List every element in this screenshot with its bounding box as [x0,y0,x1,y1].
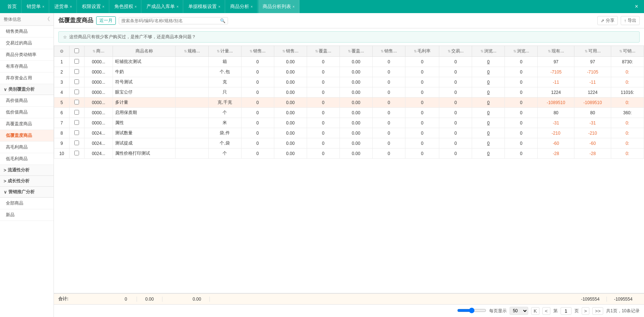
page-size-select[interactable]: 50 100 200 [510,307,528,315]
page-number-input[interactable] [561,307,572,315]
row-browse1[interactable]: 0 [472,118,505,128]
close-icon[interactable]: × [292,5,295,9]
row-cover2: 0.00 [339,148,372,159]
nav-tab-purchase[interactable]: 进货单 × [50,0,77,13]
row-browse1[interactable]: 0 [472,77,505,87]
row-sales3: 0 [372,67,405,77]
row-checkbox[interactable] [69,148,84,159]
row-sales3: 0 [372,108,405,118]
sidebar-item-high-coverage[interactable]: 高覆盖度商品 [0,118,54,130]
sidebar-item-sales-goods[interactable]: 销售类商品 [0,26,54,37]
sidebar-item-new-goods[interactable]: 新品 [0,209,54,221]
settings-icon[interactable]: ⚙ [60,49,64,54]
nav-tab-home[interactable]: 首页 [3,0,21,13]
prev-page-button[interactable]: < [542,307,550,315]
th-stock-available: ⇅可用... [574,46,611,57]
row-unit: 个 [208,148,241,159]
row-checkbox[interactable] [69,98,84,108]
close-icon[interactable]: × [70,5,72,9]
sidebar-item-category-sales-rate[interactable]: 商品分类动销率 [0,49,54,61]
next-page-button[interactable]: > [582,307,590,315]
close-icon[interactable]: × [218,5,220,9]
row-browse1[interactable]: 0 [472,57,505,67]
nav-tab-templates[interactable]: 单据模板设置 × [184,0,225,13]
row-unit: 个,袋 [208,138,241,148]
table-container[interactable]: ⚙ ⇅商... 商品名称 ⇅规格... ⇅计量... ⇅销售... ⇅销售...… [54,45,644,293]
sidebar-group-growth[interactable]: > 成长性分析 [0,176,54,187]
search-box: 🔍 [119,17,228,24]
time-filter-button[interactable]: 近一月 [96,16,116,25]
window-close-button[interactable]: × [632,3,641,10]
sidebar-group-circulation[interactable]: > 流通性分析 [0,165,54,176]
last-page-button[interactable]: >> [592,307,603,315]
sidebar-item-all-goods[interactable]: 全部商品 [0,198,54,209]
horizontal-scrollbar[interactable] [457,308,486,313]
row-no: 6 [54,108,70,118]
sidebar-item-low-coverage[interactable]: 低覆盖度商品 [0,130,54,142]
row-browse1[interactable]: 0 [472,67,505,77]
row-checkbox[interactable] [69,118,84,128]
row-checkbox[interactable] [69,108,84,118]
sidebar-header: 整体信息 《 [0,13,54,26]
close-icon[interactable]: × [102,5,105,9]
nav-tab-roles[interactable]: 角色授权 × [110,0,142,13]
row-browse1[interactable]: 0 [472,98,505,108]
row-sales-amt: 0.00 [274,77,307,87]
nav-tab-analysis[interactable]: 商品分析 × [226,0,258,13]
row-browse1[interactable]: 0 [472,138,505,148]
sidebar-collapse-button[interactable]: 《 [45,16,50,23]
sidebar-item-traded-goods[interactable]: 交易过的商品 [0,37,54,49]
row-name: 旺辅批次测试 [113,57,176,67]
row-browse1[interactable]: 0 [472,108,505,118]
th-settings[interactable]: ⚙ [54,46,70,57]
row-spec [176,67,208,77]
row-cover2: 0.00 [339,98,372,108]
sidebar-item-high-margin[interactable]: 高毛利商品 [0,142,54,153]
row-checkbox[interactable] [69,128,84,138]
row-browse1[interactable]: 0 [472,128,505,138]
sidebar-item-low-margin[interactable]: 低毛利商品 [0,153,54,165]
th-trade: ⇅交易... [439,46,472,57]
sidebar-group-coverage[interactable]: ∨ 类别覆盖分析 [0,84,54,95]
select-all-checkbox[interactable] [74,48,79,53]
row-stock-saleable: 11016: [611,87,644,98]
sidebar-group-marketing[interactable]: ∨ 营销推广分析 [0,187,54,198]
nav-tab-permissions[interactable]: 权限设置 × [78,0,109,13]
row-sales-qty: 0 [241,87,274,98]
close-icon[interactable]: × [251,5,253,9]
nav-tab-analysis-list[interactable]: 商品分析列表 × [258,0,299,13]
row-browse1[interactable]: 0 [472,87,505,98]
header-actions: ⇗ 分享 ↑ 导出 [597,16,640,25]
sidebar-item-stock-goods[interactable]: 有库存商品 [0,61,54,72]
row-checkbox[interactable] [69,138,84,148]
sidebar-item-inventory-funds[interactable]: 库存资金占用 [0,72,54,84]
close-icon[interactable]: × [42,5,44,9]
row-cover2: 0.00 [339,67,372,77]
close-icon[interactable]: × [176,5,178,9]
th-browse1: ⇅浏览... [472,46,505,57]
nav-tab-sales[interactable]: 销货单 × [22,0,49,13]
row-stock-available: -28 [574,148,611,159]
page-title: 低覆盖度商品 [58,17,93,24]
sidebar-item-low-value[interactable]: 低价值商品 [0,107,54,118]
share-button[interactable]: ⇗ 分享 [597,16,618,25]
table-row: 7 0000... 属性 米 0 0.00 0 0.00 0 0 0 0 0 -… [54,118,644,128]
close-icon[interactable]: × [135,5,137,9]
row-browse1[interactable]: 0 [472,148,505,159]
row-stock-saleable: 0: [611,98,644,108]
row-checkbox[interactable] [69,57,84,67]
row-checkbox[interactable] [69,77,84,87]
nav-tab-products[interactable]: 产成品入库单 × [142,0,183,13]
row-stock-current: -210 [538,128,574,138]
row-checkbox[interactable] [69,87,84,98]
row-no: 4 [54,87,70,98]
sidebar-item-high-value[interactable]: 高价值商品 [0,95,54,107]
row-stock-available: 97 [574,57,611,67]
first-page-button[interactable]: K [531,307,539,315]
row-no: 9 [54,138,70,148]
row-checkbox[interactable] [69,67,84,77]
th-gross-margin: ⇅毛利率 [405,46,439,57]
search-input[interactable] [121,18,219,23]
export-button[interactable]: ↑ 导出 [621,16,640,25]
row-gross-margin: 0 [405,67,439,77]
